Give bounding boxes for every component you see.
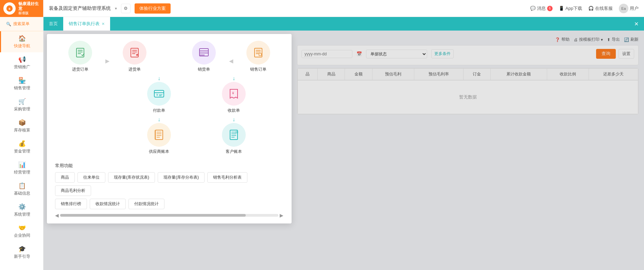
sidebar-item-system[interactable]: ⚙️ 系统管理 <box>0 200 43 221</box>
sales-order-circle <box>246 41 270 65</box>
flow-item-purchase-bill[interactable]: 进货单 <box>109 41 160 72</box>
arrow-down-pb: ↓ <box>132 75 186 82</box>
message-badge: 6 <box>547 6 553 11</box>
basic-info-icon: 📋 <box>18 182 26 190</box>
purchase-order-circle <box>68 41 92 65</box>
tabbar: 首页 销售订单执行表 ✕ ✕ <box>43 17 644 31</box>
online-service-label: 在线客服 <box>595 5 613 12</box>
app-download-btn[interactable]: 📱 App下载 <box>559 5 582 12</box>
app-sub: 标准版 <box>18 11 40 16</box>
gear-icon: ⚙ <box>124 6 128 11</box>
receipt-bill-circle: ¥ <box>222 82 246 106</box>
scroll-left-btn[interactable]: ◀ <box>55 213 59 218</box>
common-functions: 常用功能 商品 往来单位 现存量(库存状况表) 现存量(库存分布表) 销售毛利分… <box>55 163 283 209</box>
sidebar-item-quick-nav[interactable]: 🏠 快捷导航 <box>0 31 43 52</box>
func-btn-product-gross[interactable]: 商品毛利分析 <box>55 185 91 196</box>
tab-home-label: 首页 <box>49 21 58 27</box>
sidebar-item-finance[interactable]: 💰 资金管理 <box>0 137 43 158</box>
arrow-so-sb: ◀ <box>229 58 233 72</box>
avatar: Ea <box>619 4 628 13</box>
svg-rect-19 <box>154 90 164 97</box>
flow-item-sales-order[interactable]: 销售订单 <box>233 41 283 72</box>
sidebar-item-purchase[interactable]: 🛒 采购管理 <box>0 94 43 115</box>
sidebar-item-enterprise[interactable]: 🤝 企业协同 <box>0 221 43 242</box>
flow-item-sales-bill[interactable]: 销货单 <box>179 41 229 72</box>
payment-bill-label: 付款单 <box>153 108 165 113</box>
flow-item-purchase-order[interactable]: 进货订单 <box>55 41 105 72</box>
sales-bill-label: 销货单 <box>198 67 210 72</box>
sidebar-item-label: 企业协同 <box>14 233 30 238</box>
sidebar-item-inventory[interactable]: 📦 库存核算 <box>0 115 43 137</box>
svg-rect-6 <box>131 48 138 57</box>
inventory-icon: 📦 <box>18 119 26 126</box>
spacer-mid <box>186 75 207 82</box>
svg-rect-30 <box>154 130 156 140</box>
customer-ledger-circle <box>222 123 246 147</box>
system-dropdown-arrow[interactable]: ▾ <box>115 6 117 11</box>
app-name: 畅康通好生意 <box>18 1 40 11</box>
app-download-label: App下载 <box>565 5 582 12</box>
func-buttons-row2: 销售排行榜 收款情况统计 付款情况统计 <box>55 199 283 209</box>
topbar: 装备及固定资产辅助管理系统 ▾ ⚙ 体验行业方案 💬 消息 6 📱 App下载 … <box>43 0 644 17</box>
sidebar-logo: 6 畅康通好生意 标准版 <box>0 0 43 17</box>
tab-close-all-btn[interactable]: ✕ <box>629 21 644 27</box>
user-menu[interactable]: Ea 用户 <box>619 4 639 13</box>
gear-button[interactable]: ⚙ <box>121 4 130 13</box>
tab-close-icon[interactable]: ✕ <box>102 22 105 26</box>
common-functions-title: 常用功能 <box>55 163 283 169</box>
message-label: 消息 <box>537 5 546 12</box>
func-btn-product[interactable]: 商品 <box>55 172 75 183</box>
sales-order-label: 销售订单 <box>250 67 266 72</box>
func-btn-stock-dist[interactable]: 现存量(库存分布表) <box>158 172 205 183</box>
sidebar-item-label: 库存核算 <box>14 127 30 133</box>
sidebar-item-sales[interactable]: 🏪 销售管理 <box>0 73 43 94</box>
func-btn-stock-status[interactable]: 现存量(库存状况表) <box>108 172 155 183</box>
svg-point-36 <box>236 131 238 133</box>
down-arrow-purchase: ↓ <box>132 75 186 82</box>
arrow-down-sb: ↓ <box>207 75 261 82</box>
online-service-btn[interactable]: 🎧 在线客服 <box>588 5 613 12</box>
spacer1 <box>160 64 179 72</box>
down-arrow-sales: ↓ <box>207 75 261 82</box>
flow-item-supplier-ledger[interactable]: 供应商账本 <box>132 123 186 155</box>
func-btn-partner[interactable]: 往来单位 <box>77 172 105 183</box>
modal-scrollbar: ◀ ▶ <box>55 213 283 218</box>
func-btn-payment-stats[interactable]: 付款情况统计 <box>128 199 164 209</box>
topbar-right: 💬 消息 6 📱 App下载 🎧 在线客服 Ea 用户 <box>530 4 639 13</box>
svg-text:¥: ¥ <box>156 93 158 96</box>
supplier-ledger-circle <box>147 123 171 147</box>
flow-item-customer-ledger[interactable]: 客户账本 <box>207 123 261 155</box>
sidebar-item-label: 经营管理 <box>14 169 30 175</box>
arrow-down-receipt: ↓ <box>207 116 261 123</box>
sidebar-item-operation[interactable]: 📊 经营管理 <box>0 158 43 179</box>
experience-btn[interactable]: 体验行业方案 <box>135 3 171 14</box>
customer-ledger-label: 客户账本 <box>226 149 242 155</box>
sidebar-item-basic-info[interactable]: 📋 基础信息 <box>0 179 43 200</box>
scrollbar-track[interactable] <box>60 214 278 217</box>
message-btn[interactable]: 💬 消息 6 <box>530 5 553 12</box>
search-menu-btn[interactable]: 🔍 搜索菜单 <box>3 20 40 28</box>
sidebar-search[interactable]: 🔍 搜索菜单 <box>0 17 43 31</box>
purchase-order-label: 进货订单 <box>72 67 88 72</box>
sidebar-item-marketing[interactable]: 📢 营销推广 <box>0 52 43 73</box>
sidebar-item-newbie[interactable]: 🎓 新手引导 <box>0 242 43 263</box>
spacer-r4-arrow <box>109 116 132 123</box>
arrow-down-payment: ↓ <box>132 116 186 123</box>
sidebar-item-label: 资金管理 <box>14 148 30 154</box>
arrow-po-pb: ▶ <box>105 58 109 72</box>
sidebar-item-label: 快捷导航 <box>14 43 30 49</box>
sidebar: 6 畅康通好生意 标准版 🔍 搜索菜单 🏠 快捷导航 📢 营销推广 🏪 销售管理… <box>0 0 43 270</box>
supplier-ledger-label: 供应商账本 <box>149 149 169 155</box>
func-btn-receipt-stats[interactable]: 收款情况统计 <box>90 199 126 209</box>
scroll-right-btn[interactable]: ▶ <box>280 213 283 218</box>
down-arrow-payment: ↓ <box>132 116 186 123</box>
flow-item-receipt-bill[interactable]: ¥ 收款单 <box>207 82 261 113</box>
tab-sales-order[interactable]: 销售订单执行表 ✕ <box>63 17 110 31</box>
flow-item-payment-bill[interactable]: ¥ 付款单 <box>132 82 186 113</box>
func-btn-sales-rank[interactable]: 销售排行榜 <box>55 199 87 209</box>
avatar-text: Ea <box>621 6 626 11</box>
logo-icon: 6 <box>3 2 16 15</box>
func-btn-sales-gross[interactable]: 销售毛利分析表 <box>207 172 247 183</box>
spacer-r4-mid <box>186 116 207 123</box>
tab-home[interactable]: 首页 <box>43 17 63 31</box>
